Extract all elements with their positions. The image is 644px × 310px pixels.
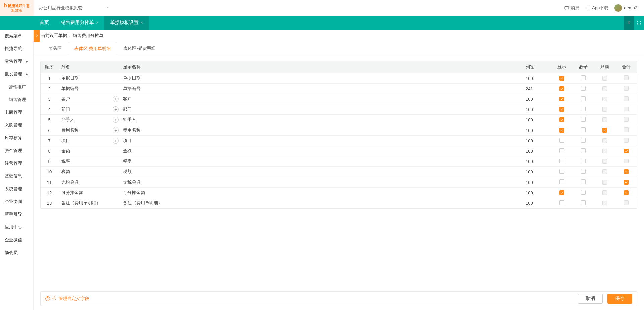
user-menu[interactable]: demo2 xyxy=(614,4,637,12)
cell-name[interactable]: 项目 xyxy=(58,136,112,146)
sidebar-item[interactable]: 批发管理▲ xyxy=(0,68,33,81)
cell-display[interactable]: 无税金额 xyxy=(120,177,522,188)
checkbox[interactable] xyxy=(624,190,629,195)
cell-display[interactable]: 经手人 xyxy=(120,115,522,125)
manage-custom-fields-link[interactable]: ? 管理自定义字段 xyxy=(45,296,89,302)
sidebar-item[interactable]: 营销推广 xyxy=(0,81,33,93)
cell-name[interactable]: 税率 xyxy=(58,156,112,167)
cell-display[interactable]: 部门 xyxy=(120,104,522,115)
add-button[interactable]: + xyxy=(113,106,119,112)
messages-button[interactable]: 消息 xyxy=(564,5,579,11)
sidebar-item[interactable]: 应用中心 xyxy=(0,221,33,234)
cell-name[interactable]: 单据编号 xyxy=(58,84,112,94)
cell-width[interactable]: 100 xyxy=(522,136,551,146)
sidebar-item[interactable]: 电商管理 xyxy=(0,106,33,119)
checkbox[interactable] xyxy=(581,75,586,80)
sidebar-item[interactable]: 快捷导航 xyxy=(0,42,33,55)
cell-width[interactable]: 241 xyxy=(522,84,551,94)
checkbox[interactable] xyxy=(581,96,586,101)
checkbox[interactable] xyxy=(559,190,564,195)
cell-display[interactable]: 税额 xyxy=(120,167,522,177)
cell-display[interactable]: 可分摊金额 xyxy=(120,188,522,198)
checkbox[interactable] xyxy=(559,128,564,133)
sidebar-item[interactable]: 企业微信 xyxy=(0,234,33,246)
cell-name[interactable]: 税额 xyxy=(58,167,112,177)
checkbox[interactable] xyxy=(581,86,586,91)
fullscreen-button[interactable] xyxy=(634,16,644,30)
checkbox[interactable] xyxy=(559,138,564,143)
cell-display[interactable]: 项目 xyxy=(120,136,522,146)
cancel-button[interactable]: 取消 xyxy=(578,294,603,304)
cell-display[interactable]: 税率 xyxy=(120,156,522,167)
cell-display[interactable]: 单据日期 xyxy=(120,73,522,84)
cell-width[interactable]: 100 xyxy=(522,156,551,167)
cell-width[interactable]: 100 xyxy=(522,167,551,177)
close-icon[interactable]: × xyxy=(96,20,98,25)
app-download-button[interactable]: App下载 xyxy=(585,5,608,11)
cell-width[interactable]: 100 xyxy=(522,73,551,84)
checkbox[interactable] xyxy=(581,190,586,195)
section-tab-header[interactable]: 表头区 xyxy=(42,42,68,55)
sidebar-item[interactable]: 库存核算 xyxy=(0,132,33,144)
cell-name[interactable]: 单据日期 xyxy=(58,73,112,84)
add-button[interactable]: + xyxy=(113,127,119,133)
checkbox[interactable] xyxy=(581,107,586,111)
expand-flag[interactable] xyxy=(34,30,40,42)
add-button[interactable]: + xyxy=(113,96,119,102)
checkbox[interactable] xyxy=(581,127,586,132)
sidebar-item[interactable]: 零售管理▼ xyxy=(0,55,33,68)
cell-width[interactable]: 100 xyxy=(522,188,551,198)
checkbox[interactable] xyxy=(559,117,564,122)
checkbox[interactable] xyxy=(624,169,629,174)
section-tab-sales-detail[interactable]: 表体区-销货明细 xyxy=(117,42,162,55)
cell-width[interactable]: 100 xyxy=(522,104,551,115)
cell-width[interactable]: 100 xyxy=(522,146,551,156)
checkbox[interactable] xyxy=(581,148,586,153)
add-button[interactable]: + xyxy=(113,138,119,144)
sidebar-item[interactable]: 销售管理 xyxy=(0,93,33,106)
sidebar-item[interactable]: 资金管理 xyxy=(0,144,33,157)
checkbox[interactable] xyxy=(581,179,586,184)
checkbox[interactable] xyxy=(559,179,564,184)
cell-name[interactable]: 费用名称 xyxy=(58,125,112,136)
cell-width[interactable]: 100 xyxy=(522,198,551,208)
checkbox[interactable] xyxy=(559,159,564,163)
sidebar-item[interactable]: 采购管理 xyxy=(0,119,33,132)
tab-home[interactable]: 首页 xyxy=(34,16,55,30)
cell-name[interactable]: 部门 xyxy=(58,104,112,115)
checkbox[interactable] xyxy=(581,117,586,122)
checkbox[interactable] xyxy=(559,169,564,174)
cell-width[interactable]: 100 xyxy=(522,125,551,136)
close-icon[interactable]: × xyxy=(141,20,143,25)
close-all-tabs-button[interactable]: × xyxy=(624,16,634,30)
section-tab-expense-detail[interactable]: 表体区-费用单明细 xyxy=(68,42,117,55)
sidebar-item[interactable]: 畅会员 xyxy=(0,246,33,259)
sidebar-item[interactable]: 系统管理 xyxy=(0,183,33,195)
cell-name[interactable]: 经手人 xyxy=(58,115,112,125)
checkbox[interactable] xyxy=(581,200,586,205)
cell-width[interactable]: 100 xyxy=(522,115,551,125)
tab-template-settings[interactable]: 单据模板设置 × xyxy=(104,16,149,30)
sidebar-item[interactable]: 经营管理 xyxy=(0,157,33,170)
checkbox[interactable] xyxy=(624,180,629,185)
cell-name[interactable]: 可分摊金额 xyxy=(58,188,112,198)
checkbox[interactable] xyxy=(559,148,564,153)
cell-display[interactable]: 客户 xyxy=(120,94,522,104)
checkbox[interactable] xyxy=(581,159,586,163)
cell-display[interactable]: 备注（费用单明细） xyxy=(120,198,522,208)
cell-name[interactable]: 无税金额 xyxy=(58,177,112,188)
sidebar-item[interactable]: 搜索菜单 xyxy=(0,30,33,42)
cell-width[interactable]: 100 xyxy=(522,177,551,188)
cell-width[interactable]: 100 xyxy=(522,94,551,104)
checkbox[interactable] xyxy=(581,138,586,143)
cell-display[interactable]: 单据编号 xyxy=(120,84,522,94)
tab-sales-expense[interactable]: 销售费用分摊单 × xyxy=(55,16,104,30)
checkbox[interactable] xyxy=(559,86,564,91)
cell-display[interactable]: 金额 xyxy=(120,146,522,156)
cell-name[interactable]: 客户 xyxy=(58,94,112,104)
checkbox[interactable] xyxy=(559,107,564,112)
sidebar-item[interactable]: 企业协同 xyxy=(0,195,33,208)
sidebar-item[interactable]: 基础信息 xyxy=(0,170,33,183)
cell-display[interactable]: 费用名称 xyxy=(120,125,522,136)
checkbox[interactable] xyxy=(559,76,564,81)
